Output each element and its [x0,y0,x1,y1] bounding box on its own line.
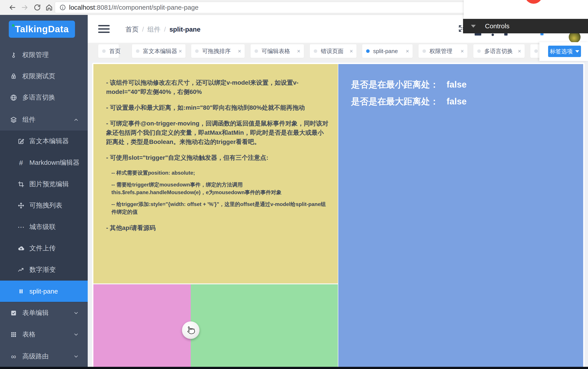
chevron-down-icon [73,354,79,359]
tab-split-pane[interactable]: split-pane × [362,44,413,58]
breadcrumb-home[interactable]: 首页 [125,26,139,33]
sidebar-item-tables[interactable]: 表格 [0,324,88,345]
tab-label: 多语言切换 [484,47,513,55]
sidebar-item-label: 高级路由 [22,352,49,361]
usage-notes: - 该组件可以拖动修改左右尺寸，还可以绑定v-model来设置，如设置v-mod… [93,64,338,239]
sidebar-item-label: 富文本编辑器 [29,137,69,146]
tab-rich-editor[interactable]: 富文本编辑器 × [132,44,186,58]
split-pane-demo: - 该组件可以拖动修改左右尺寸，还可以绑定v-model来设置，如设置v-mod… [93,64,583,369]
sidebar-item-city-cascade[interactable]: ⋯ 城市级联 [0,216,88,238]
sidebar: TalkingData 权限管理 权限测试页 多语言切换 组件 富文本编辑器 # [0,15,88,369]
tab-i18n[interactable]: 多语言切换 × [473,44,525,58]
chevron-down-icon [73,332,79,338]
sidebar-item-label: 权限管理 [22,51,49,60]
sidebar-item-i18n[interactable]: 多语言切换 [0,87,88,108]
sidebar-item-rich-editor[interactable]: 富文本编辑器 [0,131,88,152]
sidebar-item-components[interactable]: 组件 [0,109,88,130]
split-drag-trigger[interactable] [182,321,199,339]
tab-dot [102,49,106,53]
tab-label: 富文本编辑器 [143,47,177,55]
sidebar-item-form-edit[interactable]: 表单编辑 [0,302,88,324]
crop-icon [18,181,25,188]
caret-down-icon [471,25,476,28]
header-icon-partial[interactable] [540,33,544,35]
tab-dot [195,49,199,53]
breadcrumb-components[interactable]: 组件 [147,26,160,33]
note-line: - 其他api请看源码 [106,223,329,233]
sidebar-item-split-pane[interactable]: split-pane [0,281,88,302]
close-icon[interactable]: × [461,48,464,55]
close-icon[interactable]: × [297,48,300,55]
green-pane [191,284,338,369]
note-line: - 该组件可以拖动修改左右尺寸，还可以绑定v-model来设置，如设置v-mod… [106,78,329,97]
note-line: - 可绑定事件@on-trigger-moving，回调函数的返回值是鼠标事件对… [106,119,329,146]
sidebar-item-label: 可拖拽列表 [29,201,62,210]
sidebar-item-file-upload[interactable]: 文件上传 [0,238,88,259]
tab-dot [136,49,140,53]
sidebar-item-draggable-list[interactable]: 可拖拽列表 [0,195,88,216]
record-red-circle[interactable] [525,0,542,4]
close-icon[interactable]: × [406,48,409,55]
sidebar-item-permission[interactable]: 权限管理 [0,44,88,66]
logo-text: TalkingData [15,24,69,34]
sidebar-toggle-button[interactable] [98,25,110,33]
close-icon[interactable]: × [179,48,182,55]
controls-bar[interactable]: Controls [463,19,588,33]
reload-icon[interactable] [33,3,41,11]
address-bar[interactable]: localhost:8081/#/component/split-pane-pa… [55,2,467,13]
sidebar-item-label: 文件上传 [29,244,56,253]
tab-label: 错误页面 [321,47,344,55]
sidebar-item-count-to[interactable]: 数字渐变 [0,259,88,280]
checkbox-icon [10,309,17,317]
sidebar-item-markdown[interactable]: # Markdown编辑器 [0,152,88,173]
sidebar-item-label: split-pane [29,287,58,295]
header-icon-partial[interactable] [491,34,494,36]
tab-label: 可拖拽排序 [202,47,231,55]
sidebar-item-label: 城市级联 [29,223,56,231]
tab-editable-table[interactable]: 可编辑表格 × [251,44,304,58]
browser-window: localhost:8081/#/component/split-pane-pa… [0,0,588,369]
breadcrumb: 首页/组件/split-pane [125,25,200,34]
close-icon[interactable]: × [518,48,521,55]
status-value: false [447,80,467,89]
logo-green-dot [12,24,14,27]
chevron-up-icon [73,117,79,123]
forward-icon[interactable] [21,3,29,11]
back-icon[interactable] [8,3,16,11]
tab-label: 权限管理 [429,47,452,55]
sidebar-item-image-crop[interactable]: 图片预览编辑 [0,174,88,195]
note-subline: -- 样式需要设置position: absolute; [111,169,329,177]
tab-permission[interactable]: 权限管理 × [419,44,468,58]
tab-dot [314,49,317,53]
breadcrumb-current: split-pane [169,26,201,33]
status-readout: 是否是在最小距离处：false 是否是在最大距离处：false [351,79,467,112]
tab-error-page[interactable]: 错误页面 × [310,44,357,58]
sidebar-item-label: 数字渐变 [29,265,56,274]
sidebar-item-label: 表单编辑 [22,308,49,318]
close-icon[interactable]: × [350,48,353,55]
tab-home[interactable]: 首页 [98,44,119,58]
sidebar-item-advanced-router[interactable]: ∞ 高级路由 [0,346,88,367]
close-icon[interactable]: × [238,48,241,55]
tab-drag-sort[interactable]: 可拖拽排序 × [191,44,245,58]
home-icon[interactable] [45,3,53,11]
layers-icon [10,116,17,123]
tab-dot [366,49,370,53]
tab-options-button[interactable]: 标签选项 [548,46,581,57]
page-info-icon[interactable] [60,4,66,11]
url-text: localhost:8081/#/component/split-pane-pa… [69,4,199,11]
sidebar-item-permission-test[interactable]: 权限测试页 [0,66,88,87]
app-logo[interactable]: TalkingData [9,20,75,38]
key-icon [10,51,17,59]
tab-label: split-pane [373,48,398,55]
sidebar-item-label: 多语言切换 [22,93,55,102]
tab-options-label: 标签选项 [550,48,573,55]
trend-icon [18,266,25,273]
breadcrumb-separator: / [164,26,166,33]
sidebar-item-label: 组件 [22,115,36,124]
status-label: 是否是在最大距离处： [351,97,439,106]
note-line: - 可设置最小和最大距离，如:min="80"即向右拖动到80%处就不能再拖动 [106,103,329,112]
tab-label: 首页 [109,47,120,55]
sidebar-item-label: 权限测试页 [22,72,55,81]
url-path: :8081/#/component/split-pane-page [95,4,199,11]
